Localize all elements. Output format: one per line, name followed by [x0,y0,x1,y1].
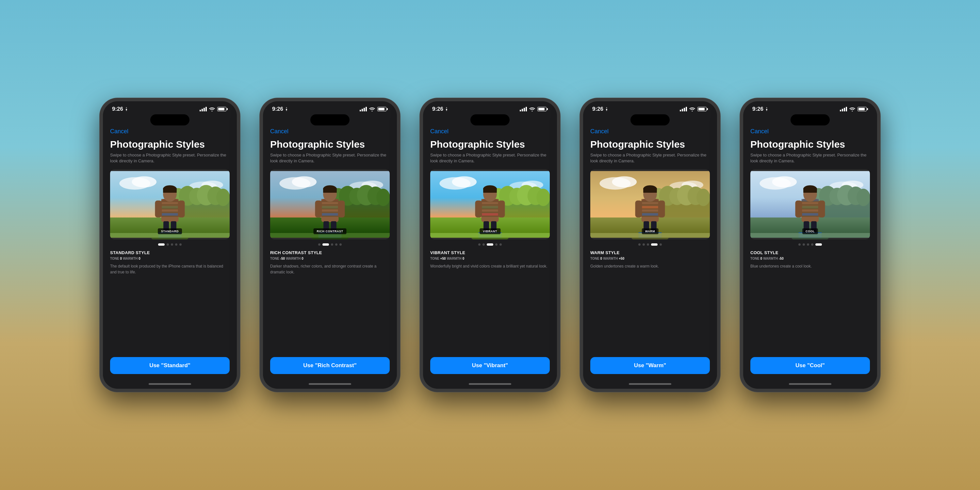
style-name: VIBRANT STYLE [430,250,465,255]
svg-rect-65 [315,200,322,218]
signal-bars [360,107,367,111]
svg-rect-171 [818,200,825,218]
phone-standard: 9:26 CancelPhotographic StylesSwipe to c… [100,98,240,392]
svg-rect-87 [481,204,498,206]
tone-warmth: TONE-50 WARMTH0 [270,256,390,260]
dots-indicator [750,243,870,246]
svg-rect-101 [498,200,505,218]
dots-indicator [430,243,550,246]
dot-2[interactable] [807,243,809,246]
dot-2[interactable] [171,243,173,246]
dot-0[interactable] [478,243,480,246]
svg-rect-157 [801,204,819,206]
page-title: Photographic Styles [430,139,550,150]
svg-rect-167 [808,198,813,201]
dot-1[interactable] [167,243,169,246]
use-style-button[interactable]: Use "Rich Contrast" [270,357,390,374]
dot-0[interactable] [799,243,801,246]
dot-3[interactable] [811,243,813,246]
tone-warmth: TONE0 WARMTH+50 [590,256,710,260]
svg-rect-85 [481,199,498,222]
tone-warmth: TONE0 WARMTH0 [110,256,230,260]
dot-2[interactable] [647,243,649,246]
cancel-button[interactable]: Cancel [430,128,550,135]
use-style-button[interactable]: Use "Warm" [590,357,710,374]
dot-0[interactable] [318,243,320,246]
status-time: 9:26 [272,106,288,112]
dot-2[interactable] [331,243,333,246]
svg-rect-135 [635,200,642,218]
svg-rect-122 [641,204,659,206]
dots-indicator [270,243,390,246]
svg-point-152 [856,189,870,206]
svg-rect-62 [327,198,332,201]
dot-0[interactable] [158,243,165,246]
svg-rect-124 [641,212,659,213]
wifi-icon [369,107,375,111]
signal-bar-2 [842,109,843,111]
signal-bar-1 [520,110,521,111]
photo-container: STANDARD [110,169,230,239]
status-time: 9:26 [432,106,448,112]
dots-indicator [590,243,710,246]
phone-warm: 9:26 CancelPhotographic StylesSwipe to c… [580,98,720,392]
signal-bar-1 [840,110,841,111]
use-style-button[interactable]: Use "Cool" [750,357,870,374]
dot-3[interactable] [175,243,177,246]
dot-4[interactable] [815,243,822,246]
page-subtitle: Swipe to choose a Photographic Style pre… [110,152,230,164]
style-description: Wonderfully bright and vivid colors crea… [430,264,550,269]
page-title: Photographic Styles [110,139,230,150]
use-style-button[interactable]: Use "Standard" [110,357,230,374]
svg-rect-54 [321,212,339,213]
svg-rect-15 [161,199,178,222]
svg-point-38 [292,177,317,188]
dot-4[interactable] [500,243,502,246]
battery-icon [697,107,708,111]
signal-bar-2 [202,109,203,111]
dot-3[interactable] [495,243,498,246]
svg-rect-155 [801,199,819,222]
status-time: 9:26 [592,106,608,112]
dot-3[interactable] [335,243,337,246]
page-subtitle: Swipe to choose a Photographic Style pre… [270,152,390,164]
dot-4[interactable] [179,243,181,246]
cancel-button[interactable]: Cancel [110,128,230,135]
dot-4[interactable] [660,243,662,246]
svg-rect-89 [481,212,498,213]
svg-point-35 [372,110,373,111]
dot-4[interactable] [339,243,342,246]
cancel-button[interactable]: Cancel [590,128,710,135]
dot-1[interactable] [643,243,645,246]
dot-1[interactable] [803,243,805,246]
cancel-button[interactable]: Cancel [750,128,870,135]
svg-rect-159 [801,212,819,213]
use-style-button[interactable]: Use "Vibrant" [430,357,550,374]
page-subtitle: Swipe to choose a Photographic Style pre… [750,152,870,164]
dots-indicator [110,243,230,246]
style-info-section: STANDARD STYLETONE0 WARMTH0The default l… [110,250,230,374]
dot-1[interactable] [482,243,485,246]
home-indicator [309,383,351,385]
svg-rect-120 [641,199,659,222]
style-name: RICH CONTRAST STYLE [270,250,322,255]
svg-rect-132 [648,198,652,201]
dot-2[interactable] [487,243,493,246]
dot-3[interactable] [651,243,657,246]
battery-icon [377,107,388,111]
cancel-button[interactable]: Cancel [270,128,390,135]
svg-point-73 [452,177,477,188]
svg-rect-30 [155,200,162,218]
status-time: 9:26 [752,106,768,112]
signal-bar-3 [684,108,685,111]
svg-point-3 [132,177,156,188]
dot-0[interactable] [638,243,641,246]
wifi-icon [850,107,855,111]
svg-point-117 [697,189,710,206]
status-icons [520,107,548,111]
dot-1[interactable] [323,243,329,246]
home-indicator [149,383,191,385]
signal-bar-3 [523,108,525,111]
svg-point-143 [772,177,797,188]
dynamic-island [310,115,350,126]
